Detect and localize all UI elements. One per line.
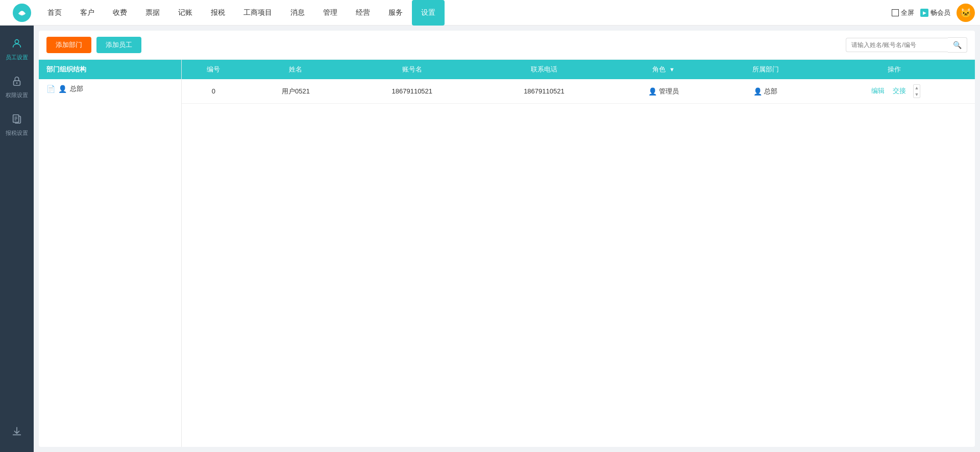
- dept-tree-item-general[interactable]: 📄 👤 总部: [39, 79, 181, 99]
- col-header-dept: 所属部门: [717, 60, 814, 79]
- cell-phone: 18679110521: [478, 79, 610, 104]
- cell-actions: 编辑 交接 ▲ ▼: [814, 79, 975, 104]
- role-filter-icon[interactable]: ▼: [669, 66, 675, 73]
- cell-role: 👤 管理员: [610, 79, 717, 104]
- search-input[interactable]: [846, 38, 948, 52]
- sidebar-item-permission-label: 权限设置: [6, 91, 28, 99]
- nav-settings[interactable]: 设置: [412, 0, 445, 26]
- nav-operation[interactable]: 经营: [347, 0, 379, 26]
- scroll-arrows: ▲ ▼: [913, 84, 921, 98]
- table-row: 0 用户0521 18679110521 18679110521 👤 管理员: [182, 79, 975, 104]
- col-header-account: 账号名: [346, 60, 478, 79]
- employee-icon: [11, 38, 22, 52]
- main-layout: 员工设置 权限设置 报税设置: [0, 26, 980, 452]
- taxsetting-icon: [11, 113, 22, 127]
- dept-user-icon: 👤: [58, 85, 67, 93]
- col-header-action: 操作: [814, 60, 975, 79]
- svg-point-1: [20, 11, 23, 14]
- search-area: 🔍: [846, 37, 967, 53]
- vip-icon: ▶: [920, 9, 928, 17]
- nav-charge[interactable]: 收费: [104, 0, 136, 26]
- dept-value: 总部: [764, 87, 777, 96]
- add-staff-button[interactable]: 添加员工: [96, 37, 141, 53]
- sidebar-item-download[interactable]: [0, 419, 34, 447]
- col-header-phone: 联系电话: [478, 60, 610, 79]
- col-role-label: 角色: [652, 65, 666, 73]
- transfer-button[interactable]: 交接: [890, 85, 909, 97]
- vip-label: 畅会员: [930, 8, 950, 17]
- cell-name: 用户0521: [246, 79, 346, 104]
- nav-menu: 首页 客户 收费 票据 记账 报税 工商项目 消息 管理 经营 服务 设置: [38, 0, 892, 26]
- sidebar-item-permission[interactable]: 权限设置: [0, 68, 34, 106]
- sidebar: 员工设置 权限设置 报税设置: [0, 26, 34, 452]
- vip-button[interactable]: ▶ 畅会员: [920, 8, 950, 17]
- logo[interactable]: [5, 4, 38, 22]
- role-value: 管理员: [659, 87, 679, 96]
- fullscreen-label: 全屏: [901, 8, 914, 17]
- nav-tax[interactable]: 报税: [202, 0, 234, 26]
- dept-tree-header: 部门组织结构: [39, 60, 181, 79]
- col-header-code: 编号: [182, 60, 246, 79]
- add-department-button[interactable]: 添加部门: [46, 37, 91, 53]
- cell-code: 0: [182, 79, 246, 104]
- scroll-up-icon[interactable]: ▲: [915, 85, 919, 91]
- cell-account: 18679110521: [346, 79, 478, 104]
- nav-right-area: 全屏 ▶ 畅会员 🐱: [892, 4, 975, 22]
- department-tree: 部门组织结构 📄 👤 总部: [39, 60, 182, 447]
- fullscreen-button[interactable]: 全屏: [892, 8, 914, 17]
- edit-button[interactable]: 编辑: [868, 85, 888, 97]
- search-icon: 🔍: [953, 41, 962, 49]
- content-area: 添加部门 添加员工 🔍 部门组织结构 📄 👤 总部: [34, 26, 980, 452]
- download-icon: [11, 426, 22, 440]
- col-header-name: 姓名: [246, 60, 346, 79]
- nav-service[interactable]: 服务: [379, 0, 412, 26]
- sidebar-item-employee-label: 员工设置: [6, 54, 28, 61]
- cell-dept: 👤 总部: [717, 79, 814, 104]
- nav-manage[interactable]: 管理: [314, 0, 347, 26]
- svg-point-4: [16, 82, 18, 84]
- nav-business[interactable]: 工商项目: [234, 0, 281, 26]
- nav-home[interactable]: 首页: [38, 0, 71, 26]
- file-icon: 📄: [46, 85, 55, 93]
- nav-customer[interactable]: 客户: [71, 0, 104, 26]
- role-user-icon: 👤: [648, 87, 657, 96]
- dept-item-label: 总部: [70, 84, 83, 93]
- sidebar-item-taxsetting[interactable]: 报税设置: [0, 106, 34, 144]
- nav-message[interactable]: 消息: [281, 0, 314, 26]
- svg-point-2: [15, 40, 18, 43]
- sidebar-bottom: [0, 419, 34, 452]
- dept-user-icon-cell: 👤: [753, 87, 762, 96]
- content-panel: 添加部门 添加员工 🔍 部门组织结构 📄 👤 总部: [39, 31, 975, 447]
- top-navigation: 首页 客户 收费 票据 记账 报税 工商项目 消息 管理 经营 服务 设置 全屏…: [0, 0, 980, 26]
- search-button[interactable]: 🔍: [948, 37, 967, 53]
- sidebar-item-employee[interactable]: 员工设置: [0, 31, 34, 68]
- table-area: 部门组织结构 📄 👤 总部 编号 姓名 账号名: [39, 60, 975, 447]
- permission-icon: [11, 76, 22, 89]
- employee-table: 编号 姓名 账号名 联系电话 角色 ▼ 所属部门 操作: [182, 60, 975, 104]
- col-header-role[interactable]: 角色 ▼: [610, 60, 717, 79]
- user-avatar[interactable]: 🐱: [957, 4, 975, 22]
- employee-table-container: 编号 姓名 账号名 联系电话 角色 ▼ 所属部门 操作: [182, 60, 975, 447]
- nav-accounting[interactable]: 记账: [169, 0, 202, 26]
- fullscreen-icon: [892, 9, 899, 16]
- scroll-down-icon[interactable]: ▼: [915, 91, 919, 98]
- toolbar: 添加部门 添加员工 🔍: [39, 31, 975, 60]
- sidebar-item-taxsetting-label: 报税设置: [6, 129, 28, 137]
- nav-bill[interactable]: 票据: [136, 0, 169, 26]
